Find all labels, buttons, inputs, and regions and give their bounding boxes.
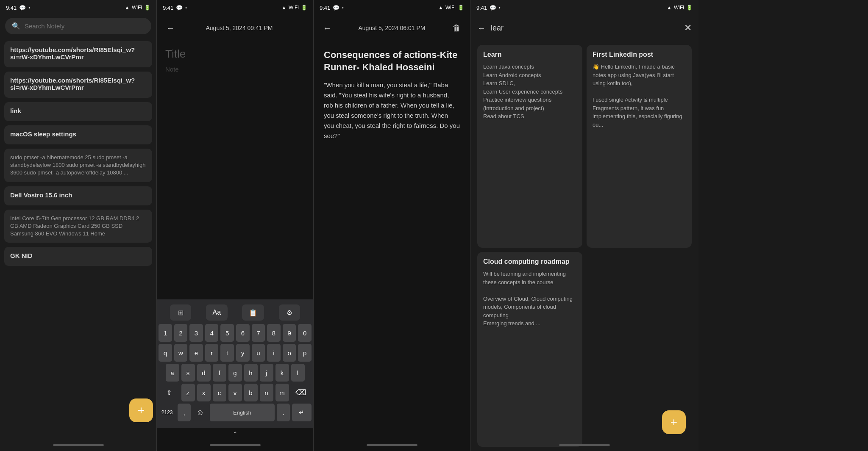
result-card-linkedin[interactable]: First LinkedIn post 👋 Hello LinkedIn, I … <box>587 45 692 248</box>
dot-icon-1: • <box>28 6 30 10</box>
nav-bar-2 <box>157 439 313 451</box>
result-card-cloud[interactable]: Cloud computing roadmap Will be learning… <box>477 252 582 447</box>
key-0[interactable]: 0 <box>298 324 312 342</box>
status-bar-3: 9:41 💬 • ▲ WiFi 🔋 <box>314 0 470 15</box>
list-item[interactable]: link <box>4 102 152 121</box>
keyboard-settings-btn[interactable]: ⚙ <box>279 304 300 321</box>
key-t[interactable]: t <box>220 344 234 362</box>
note-content-area[interactable]: Consequences of actions-Kite Runner- Kha… <box>314 41 470 439</box>
note-title: https://youtube.com/shorts/RI85Elsqi_w?s… <box>10 77 146 91</box>
key-b[interactable]: b <box>244 384 258 401</box>
key-l[interactable]: l <box>291 364 305 382</box>
key-enter[interactable]: ↵ <box>292 404 312 421</box>
list-item[interactable]: GK NID <box>4 247 152 266</box>
key-r[interactable]: r <box>205 344 219 362</box>
key-5[interactable]: 5 <box>220 324 234 342</box>
key-f[interactable]: f <box>213 364 226 382</box>
key-g[interactable]: g <box>228 364 242 382</box>
status-bar-2: 9:41 💬 • ▲ WiFi 🔋 <box>157 0 313 15</box>
key-e[interactable]: e <box>189 344 203 362</box>
list-item[interactable]: Intel Core i5-7th Gen processor 12 GB RA… <box>4 210 152 243</box>
key-x[interactable]: x <box>197 384 211 401</box>
back-button-2[interactable]: ← <box>164 21 177 36</box>
trash-button-3[interactable]: 🗑 <box>450 21 463 36</box>
key-a[interactable]: a <box>166 364 179 382</box>
list-item[interactable]: https://youtube.com/shorts/RI85Elsqi_w?s… <box>4 72 152 98</box>
result-title-cloud: Cloud computing roadmap <box>483 258 576 266</box>
time-3: 9:41 <box>320 5 330 11</box>
key-backspace[interactable]: ⌫ <box>291 384 311 401</box>
list-item[interactable]: Dell Vostro 15.6 inch <box>4 186 152 205</box>
key-i[interactable]: i <box>267 344 281 362</box>
key-shift[interactable]: ⇧ <box>160 384 179 401</box>
search-input-1[interactable] <box>25 22 145 30</box>
key-h[interactable]: h <box>244 364 258 382</box>
result-card-learn[interactable]: Learn Learn Java concepts Learn Android … <box>477 45 582 248</box>
key-y[interactable]: y <box>236 344 250 362</box>
key-8[interactable]: 8 <box>267 324 281 342</box>
trash-button-2[interactable] <box>301 25 306 30</box>
whatsapp-icon-1: 💬 <box>19 5 26 11</box>
key-7[interactable]: 7 <box>252 324 265 342</box>
keyboard-row-qwerty: q w e r t y u i o p <box>159 344 312 362</box>
nav-bar-1 <box>0 439 156 451</box>
key-j[interactable]: j <box>260 364 273 382</box>
result-body-cloud: Will be learning and implementing these … <box>483 270 576 328</box>
key-u[interactable]: u <box>252 344 265 362</box>
fab-area-1: + <box>0 405 156 439</box>
panel-note-editor: 9:41 💬 • ▲ WiFi 🔋 ← August 5, 2024 09:41… <box>157 0 314 451</box>
list-item[interactable]: macOS sleep settings <box>4 125 152 144</box>
key-3[interactable]: 3 <box>189 324 203 342</box>
key-comma[interactable]: , <box>178 404 191 421</box>
key-emoji[interactable]: ☺ <box>193 404 208 421</box>
key-m[interactable]: m <box>275 384 289 401</box>
key-n[interactable]: n <box>260 384 273 401</box>
home-indicator-4 <box>559 444 610 446</box>
keyboard-grid-btn[interactable]: ⊞ <box>170 304 191 321</box>
key-p[interactable]: p <box>298 344 312 362</box>
keyboard-hide-icon[interactable]: ⌃ <box>232 430 238 438</box>
signal-icon-1: ▲ <box>125 5 130 11</box>
add-note-button-4[interactable]: + <box>662 410 686 434</box>
editor-area[interactable]: Title Note <box>157 41 313 299</box>
editor-timestamp: August 5, 2024 09:41 PM <box>177 25 301 31</box>
key-k[interactable]: k <box>275 364 289 382</box>
key-z[interactable]: z <box>181 384 195 401</box>
key-9[interactable]: 9 <box>283 324 296 342</box>
key-s[interactable]: s <box>181 364 195 382</box>
keyboard-clipboard-btn[interactable]: 📋 <box>242 304 264 321</box>
keyboard-row-bottom: ?123 , ☺ English . ↵ <box>159 404 312 421</box>
keyboard-translate-btn[interactable]: Aa <box>206 304 228 321</box>
back-button-4[interactable]: ← <box>477 23 486 33</box>
search-bar-1[interactable]: 🔍 <box>5 18 151 34</box>
key-w[interactable]: w <box>174 344 188 362</box>
add-note-button-1[interactable]: + <box>129 398 153 422</box>
key-c[interactable]: c <box>213 384 226 401</box>
note-title: macOS sleep settings <box>10 130 146 138</box>
keyboard-toolbar: ⊞ Aa 📋 ⚙ <box>159 302 312 324</box>
key-4[interactable]: 4 <box>205 324 219 342</box>
back-button-3[interactable]: ← <box>320 21 334 36</box>
list-item[interactable]: https://youtube.com/shorts/RI85Elsqi_w?s… <box>4 41 152 67</box>
panel-search-results: 9:41 💬 • ▲ WiFi 🔋 ← ✕ Learn Learn Java c… <box>470 0 698 451</box>
close-button-4[interactable]: ✕ <box>684 22 692 33</box>
home-indicator-3 <box>367 444 417 446</box>
battery-icon-2: 🔋 <box>301 5 307 11</box>
key-q[interactable]: q <box>159 344 172 362</box>
time-4: 9:41 <box>476 5 487 11</box>
list-item[interactable]: sudo pmset -a hibernatemode 25 sudo pmse… <box>4 149 152 182</box>
key-o[interactable]: o <box>283 344 296 362</box>
key-6[interactable]: 6 <box>236 324 250 342</box>
key-2[interactable]: 2 <box>174 324 188 342</box>
search-input-4[interactable] <box>491 24 679 33</box>
key-period[interactable]: . <box>277 404 290 421</box>
wifi-icon-3: WiFi <box>445 5 456 11</box>
home-indicator-2 <box>210 444 261 446</box>
key-space[interactable]: English <box>210 404 275 421</box>
key-d[interactable]: d <box>197 364 211 382</box>
key-v[interactable]: v <box>228 384 242 401</box>
key-num[interactable]: ?123 <box>159 404 175 421</box>
key-1[interactable]: 1 <box>159 324 172 342</box>
panel-note-view: 9:41 💬 • ▲ WiFi 🔋 ← August 5, 2024 06:01… <box>314 0 470 451</box>
time-2: 9:41 <box>163 5 173 11</box>
